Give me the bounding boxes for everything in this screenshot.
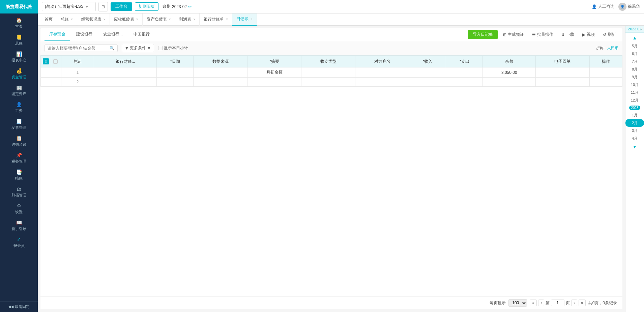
download-button[interactable]: ⬇ 下载 xyxy=(559,30,577,39)
sidebar-item-guide[interactable]: 📖 新手引导 xyxy=(0,217,38,234)
tab-close-bank-reconcile[interactable]: × xyxy=(226,18,228,21)
sidebar-item-vip[interactable]: ✓ 畅会员 xyxy=(0,234,38,251)
month-item-4[interactable]: 4月 xyxy=(625,135,644,142)
sidebar-item-purchase-sales[interactable]: 📋 进销台账 xyxy=(0,133,38,150)
next-page-button[interactable]: › xyxy=(571,300,577,306)
company-selector[interactable]: (勿动）江西超宝-LSS ▼ xyxy=(42,2,96,11)
sub-tab-china[interactable]: 中国银行 xyxy=(129,28,154,41)
reports-icon: 📊 xyxy=(16,51,22,57)
workbench-button[interactable]: 工作台 xyxy=(111,2,132,11)
filter-icon: ▼ xyxy=(125,46,129,51)
import-journal-button[interactable]: 导入日记账 xyxy=(468,30,498,39)
month-item-11[interactable]: 11月 xyxy=(625,89,644,96)
row1-counterparty xyxy=(355,67,409,78)
tab-close-receivable[interactable]: × xyxy=(136,18,138,21)
sidebar-item-settlement[interactable]: 📑 结账 xyxy=(0,167,38,183)
month-item-3[interactable]: 3月 xyxy=(625,127,644,135)
month-item-5[interactable]: 5月 xyxy=(625,42,644,50)
page-input[interactable] xyxy=(551,300,564,306)
tab-general-ledger[interactable]: 总账 × xyxy=(57,13,77,26)
more-filters-button[interactable]: ▼ 更多条件 ▼ xyxy=(122,44,154,52)
search-input[interactable] xyxy=(48,46,108,51)
tab-receivable[interactable]: 应收账龄表 × xyxy=(110,13,143,26)
month-item-12[interactable]: 12月 xyxy=(625,96,644,104)
row1-settings-cell xyxy=(41,67,51,78)
row1-summary: 月初余额 xyxy=(247,67,301,78)
ledger-icon: 📒 xyxy=(16,34,22,40)
search-icon[interactable]: 🔍 xyxy=(110,46,115,51)
page-size-select[interactable]: 100 xyxy=(508,299,527,307)
show-daily-checkbox[interactable] xyxy=(158,46,163,50)
select-all-checkbox[interactable] xyxy=(53,59,58,64)
tab-close-assets-liabilities[interactable]: × xyxy=(169,18,171,21)
sidebar-item-fixed-assets[interactable]: 🏢 固定资产 xyxy=(0,82,38,99)
sidebar-unpin[interactable]: ◀◀ 取消固定 xyxy=(0,301,38,312)
generate-voucher-button[interactable]: ⊞ 生成凭证 xyxy=(500,30,527,39)
sidebar-item-invoice[interactable]: 🧾 发票管理 xyxy=(0,116,38,133)
company-copy-button[interactable]: ⊡ xyxy=(98,2,108,11)
tab-close-profit[interactable]: × xyxy=(193,18,195,21)
month-item-2[interactable]: 2月 xyxy=(625,119,644,127)
date-scroll-up[interactable]: ▲ xyxy=(625,34,644,41)
period-edit-icon[interactable]: ✏ xyxy=(188,4,192,9)
sidebar-item-reports[interactable]: 📊 报表中心 xyxy=(0,49,38,65)
month-item-9[interactable]: 9月 xyxy=(625,73,644,81)
col-settings[interactable]: ⚙ xyxy=(41,56,51,67)
sidebar-item-ledger[interactable]: 📒 总账 xyxy=(0,32,38,49)
old-version-button[interactable]: 切到旧版 xyxy=(135,2,158,11)
month-item-10[interactable]: 10月 xyxy=(625,81,644,89)
table-row: 1 月初余额 3,050.00 xyxy=(41,67,622,78)
date-scroll-down[interactable]: ▼ xyxy=(625,143,644,150)
sidebar-item-payroll[interactable]: 👤 工资 xyxy=(0,99,38,116)
tab-close-journal[interactable]: × xyxy=(251,17,253,21)
video-button[interactable]: ▶ 视频 xyxy=(580,30,597,39)
show-daily-toggle[interactable]: 显示本日小计 xyxy=(158,45,188,51)
user-menu[interactable]: 👤 徐温华 xyxy=(618,3,640,11)
sub-tab-construction[interactable]: 建设银行 xyxy=(71,28,97,41)
col-e-receipt: 电子回单 xyxy=(536,56,590,67)
tab-assets-liabilities[interactable]: 资产负债表 × xyxy=(143,13,175,26)
company-dropdown-icon: ▼ xyxy=(85,4,89,9)
sidebar-nav: 🏠 首页 📒 总账 📊 报表中心 💰 资金管理 🏢 固定资产 👤 工资 🧾 发票… xyxy=(0,13,38,301)
tab-profit[interactable]: 利润表 × xyxy=(175,13,200,26)
tab-home[interactable]: 首页 xyxy=(40,13,57,26)
month-item-6[interactable]: 6月 xyxy=(625,50,644,58)
tab-close-business-status[interactable]: × xyxy=(104,18,106,21)
topbar: (勿动）江西超宝-LSS ▼ ⊡ 工作台 切到旧版 账期 2023-02 ✏ 👤… xyxy=(38,0,644,13)
sidebar-item-settings[interactable]: ⚙ 设置 xyxy=(0,200,38,217)
row1-data-source xyxy=(194,67,247,78)
month-item-8[interactable]: 8月 xyxy=(625,65,644,73)
sidebar-item-tax[interactable]: 📌 税务管理 xyxy=(0,150,38,167)
sidebar-item-home[interactable]: 🏠 首页 xyxy=(0,15,38,32)
refresh-button[interactable]: ↺ 刷新 xyxy=(600,30,618,39)
currency-value[interactable]: 人民币 xyxy=(607,46,618,51)
avatar: 👤 xyxy=(618,3,626,11)
row2-counterparty xyxy=(355,78,409,87)
table-header-row: ⚙ 凭证 银行对账... *日期 数据来源 *摘要 收支类型 对方户名 xyxy=(41,56,622,67)
row1-checkbox-cell xyxy=(51,67,61,78)
sidebar: 畅捷通易代账 🏠 首页 📒 总账 📊 报表中心 💰 资金管理 🏢 固定资产 👤 … xyxy=(0,0,38,312)
col-counterparty: 对方户名 xyxy=(355,56,409,67)
month-item-1[interactable]: 1月 xyxy=(625,111,644,119)
row2-operation xyxy=(589,78,622,87)
sub-tab-agriculture[interactable]: 农业银行... xyxy=(98,28,127,41)
row1-date xyxy=(157,67,194,78)
tab-business-status[interactable]: 经营状况表 × xyxy=(77,13,110,26)
col-checkbox[interactable] xyxy=(51,56,61,67)
last-page-button[interactable]: » xyxy=(579,300,586,306)
date-panel-close-button[interactable]: × xyxy=(640,27,643,32)
table-settings-icon[interactable]: ⚙ xyxy=(43,58,49,64)
month-item-7[interactable]: 7月 xyxy=(625,58,644,65)
generate-voucher-icon: ⊞ xyxy=(503,32,506,37)
tab-close-general-ledger[interactable]: × xyxy=(71,18,73,21)
first-page-button[interactable]: « xyxy=(530,300,537,306)
sidebar-item-archive[interactable]: 🗂 归档管理 xyxy=(0,183,38,200)
tab-journal[interactable]: 日记账 × xyxy=(232,13,257,26)
sidebar-item-assets-mgmt[interactable]: 💰 资金管理 xyxy=(0,65,38,82)
prev-page-button[interactable]: ‹ xyxy=(538,300,544,306)
batch-op-button[interactable]: ☰ 批量操作 xyxy=(529,30,556,39)
support-button[interactable]: 👤 人工咨询 xyxy=(592,4,614,9)
row2-date xyxy=(157,78,194,87)
tab-bank-reconcile[interactable]: 银行对账单 × xyxy=(200,13,232,26)
sub-tab-cash[interactable]: 库存现金 xyxy=(45,28,70,41)
